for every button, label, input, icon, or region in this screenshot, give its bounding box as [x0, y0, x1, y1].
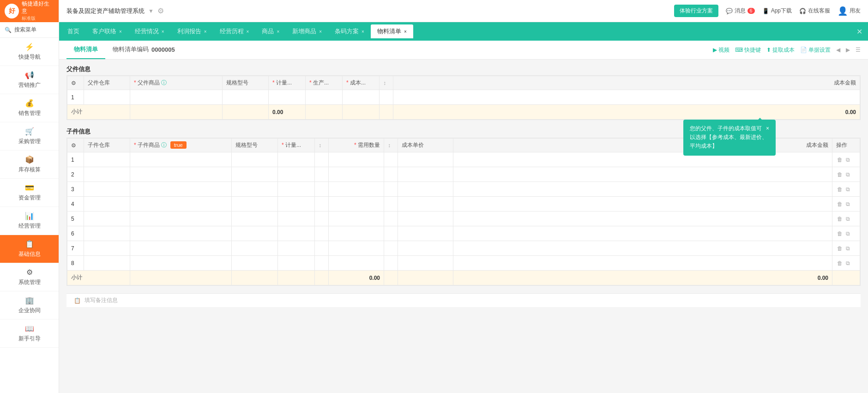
- sidebar-item-purchase[interactable]: 🛒 采购管理: [0, 122, 59, 151]
- child-row-spec[interactable]: [232, 167, 278, 182]
- child-row-unit[interactable]: [278, 197, 315, 212]
- tab-bom[interactable]: 物料清单 ×: [371, 24, 413, 38]
- copy-row-button[interactable]: ⧉: [846, 186, 850, 193]
- child-row-unit[interactable]: [278, 182, 315, 197]
- sidebar-item-inventory[interactable]: 📦 库存核算: [0, 151, 59, 179]
- child-row-unit[interactable]: [278, 212, 315, 226]
- child-row-quantity[interactable]: [329, 241, 384, 256]
- tab-history-close[interactable]: ×: [247, 29, 249, 34]
- close-all-tabs[interactable]: ✕: [853, 27, 866, 36]
- tab-history[interactable]: 经营历程 ×: [213, 24, 256, 38]
- tab-operation-close[interactable]: ×: [162, 29, 164, 34]
- child-row-warehouse[interactable]: [84, 167, 130, 182]
- delete-row-button[interactable]: 🗑: [837, 157, 843, 163]
- child-row-goods[interactable]: [130, 197, 232, 212]
- copy-row-button[interactable]: ⧉: [846, 230, 850, 237]
- child-col-unit-cost-sort[interactable]: ↕: [384, 139, 398, 152]
- child-row-unit-cost[interactable]: [398, 182, 453, 197]
- tab-goods-close[interactable]: ×: [277, 29, 279, 34]
- sidebar-item-quick-nav[interactable]: ⚡ 快捷导航: [0, 38, 59, 66]
- scan-input-button[interactable]: true: [170, 141, 187, 149]
- tab-profit[interactable]: 利润报告 ×: [171, 24, 213, 38]
- child-row-warehouse[interactable]: [84, 182, 130, 197]
- child-row-warehouse[interactable]: [84, 226, 130, 241]
- sidebar-item-operations[interactable]: 📊 经营管理: [0, 207, 59, 235]
- single-settings-button[interactable]: 📄 单据设置: [800, 46, 831, 54]
- tab-goods[interactable]: 商品 ×: [255, 24, 286, 38]
- parent-row-warehouse[interactable]: [84, 90, 130, 105]
- child-row-unit-cost[interactable]: [398, 241, 453, 256]
- child-row-goods[interactable]: [130, 241, 232, 256]
- child-row-spec[interactable]: [232, 212, 278, 226]
- child-row-goods[interactable]: [130, 152, 232, 167]
- tab-customer-close[interactable]: ×: [119, 29, 122, 34]
- nav-prev-button[interactable]: ◀: [836, 47, 840, 53]
- online-service-button[interactable]: 🎧 在线客服: [799, 7, 830, 15]
- tab-new-goods-close[interactable]: ×: [319, 29, 322, 34]
- child-row-quantity[interactable]: [329, 197, 384, 212]
- child-row-unit-cost[interactable]: [398, 197, 453, 212]
- sidebar-item-finance[interactable]: 💳 资金管理: [0, 179, 59, 207]
- sub-tab-bom-list[interactable]: 物料清单: [66, 41, 105, 59]
- parent-row-goods[interactable]: [130, 90, 223, 105]
- child-row-unit[interactable]: [278, 167, 315, 182]
- child-row-warehouse[interactable]: [84, 212, 130, 226]
- message-button[interactable]: 💬 消息 6: [726, 7, 755, 15]
- child-row-unit[interactable]: [278, 226, 315, 241]
- child-row-quantity[interactable]: [329, 226, 384, 241]
- delete-row-button[interactable]: 🗑: [837, 230, 843, 237]
- tab-new-goods[interactable]: 新增商品 ×: [286, 24, 328, 38]
- sidebar-search[interactable]: 🔍 搜索菜单: [0, 22, 59, 38]
- tab-barcode-close[interactable]: ×: [362, 29, 364, 34]
- child-row-warehouse[interactable]: [84, 256, 130, 271]
- child-row-spec[interactable]: [232, 197, 278, 212]
- parent-row-cost[interactable]: [343, 90, 380, 105]
- child-row-unit[interactable]: [278, 256, 315, 271]
- child-row-quantity[interactable]: [329, 182, 384, 197]
- parent-col-cost-sort[interactable]: ↕: [380, 76, 393, 90]
- parent-col-settings[interactable]: ⚙: [67, 76, 84, 90]
- sidebar-item-guide[interactable]: 📖 新手引导: [0, 320, 59, 348]
- tab-home[interactable]: 首页: [61, 24, 86, 38]
- tab-barcode[interactable]: 条码方案 ×: [328, 24, 371, 38]
- tooltip-close-button[interactable]: ×: [766, 124, 769, 133]
- child-row-unit-cost[interactable]: [398, 212, 453, 226]
- delete-row-button[interactable]: 🗑: [837, 186, 843, 193]
- child-col-quantity-sort[interactable]: ↕: [315, 139, 329, 152]
- child-row-goods[interactable]: [130, 167, 232, 182]
- child-row-quantity[interactable]: [329, 256, 384, 271]
- copy-row-button[interactable]: ⧉: [846, 171, 850, 178]
- child-row-unit[interactable]: [278, 152, 315, 167]
- trial-button[interactable]: 体验行业方案: [674, 5, 718, 17]
- child-row-quantity[interactable]: [329, 167, 384, 182]
- sidebar-item-sales[interactable]: 💰 销售管理: [0, 94, 59, 122]
- tab-operation[interactable]: 经营情况 ×: [128, 24, 171, 38]
- child-row-unit-cost[interactable]: [398, 167, 453, 182]
- sidebar-item-enterprise[interactable]: 🏢 企业协同: [0, 291, 59, 320]
- child-row-spec[interactable]: [232, 241, 278, 256]
- sub-tab-bom-code[interactable]: 物料清单编码 0000005: [105, 41, 182, 59]
- parent-row-production[interactable]: [306, 90, 343, 105]
- delete-row-button[interactable]: 🗑: [837, 216, 843, 222]
- extract-cost-button[interactable]: ⬆ 提取成本: [766, 46, 795, 54]
- sidebar-item-marketing[interactable]: 📢 营销推广: [0, 66, 59, 94]
- tab-profit-close[interactable]: ×: [204, 29, 207, 34]
- child-row-goods[interactable]: [130, 226, 232, 241]
- user-button[interactable]: 👤 用友: [838, 6, 861, 16]
- child-row-spec[interactable]: [232, 152, 278, 167]
- settings-icon[interactable]: ⚙: [157, 6, 164, 15]
- parent-row-unit[interactable]: [269, 90, 306, 105]
- child-row-goods[interactable]: [130, 182, 232, 197]
- child-row-warehouse[interactable]: [84, 152, 130, 167]
- list-view-button[interactable]: ☰: [856, 47, 861, 53]
- child-row-unit-cost[interactable]: [398, 152, 453, 167]
- copy-row-button[interactable]: ⧉: [846, 201, 850, 207]
- nav-next-button[interactable]: ▶: [846, 47, 850, 53]
- child-row-unit-cost[interactable]: [398, 226, 453, 241]
- child-row-goods[interactable]: [130, 212, 232, 226]
- sidebar-item-basic[interactable]: 📋 基础信息: [0, 235, 59, 263]
- delete-row-button[interactable]: 🗑: [837, 245, 843, 252]
- child-row-goods[interactable]: [130, 256, 232, 271]
- child-row-spec[interactable]: [232, 256, 278, 271]
- child-row-warehouse[interactable]: [84, 241, 130, 256]
